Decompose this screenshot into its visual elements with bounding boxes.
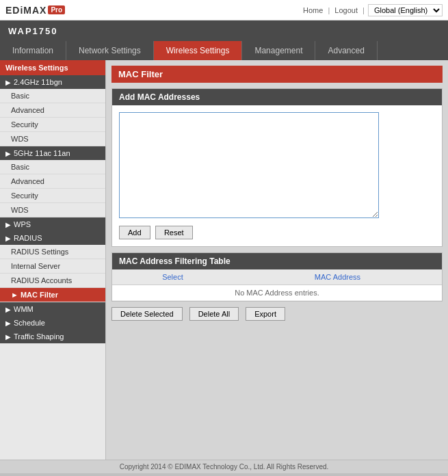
arrow-icon-wmm: ▶	[5, 306, 11, 313]
model-name: WAP1750	[8, 26, 58, 36]
nav-advanced[interactable]: Advanced	[315, 41, 377, 60]
mac-address-textarea[interactable]	[119, 112, 379, 218]
reset-button[interactable]: Reset	[155, 226, 193, 239]
mac-table-body: Select MAC Address No MAC Address entrie…	[112, 269, 442, 301]
add-button[interactable]: Add	[119, 226, 150, 239]
sidebar-section-header: Wireless Settings	[0, 60, 105, 75]
logout-link[interactable]: Logout	[334, 6, 358, 14]
sidebar-item-security-5g[interactable]: Security	[0, 189, 105, 203]
sidebar: Wireless Settings ▶ 2.4GHz 11bgn Basic A…	[0, 60, 106, 460]
model-bar: WAP1750	[0, 21, 448, 41]
arrow-icon-radius: ▶	[5, 235, 11, 242]
nav-information[interactable]: Information	[0, 41, 66, 60]
footer: Copyright 2014 © EDIMAX Technology Co., …	[0, 460, 448, 473]
sidebar-item-radius-settings[interactable]: RADIUS Settings	[0, 245, 105, 259]
nav-network-settings[interactable]: Network Settings	[66, 41, 154, 60]
sidebar-item-wds-5g[interactable]: WDS	[0, 203, 105, 217]
sidebar-group-radius[interactable]: ▶ RADIUS	[0, 231, 105, 245]
sidebar-group-2ghz[interactable]: ▶ 2.4GHz 11bgn	[0, 75, 105, 89]
arrow-icon-5g: ▶	[5, 150, 11, 157]
col-select: Select	[112, 269, 233, 285]
page-title: MAC Filter	[111, 66, 443, 83]
sidebar-group-wps[interactable]: ▶ WPS	[0, 217, 105, 231]
logo: EDiMAX Pro	[5, 5, 65, 16]
top-bar: EDiMAX Pro Home | Logout | Global (Engli…	[0, 0, 448, 21]
sidebar-item-advanced-2g[interactable]: Advanced	[0, 103, 105, 118]
add-mac-buttons: Add Reset	[119, 226, 435, 239]
add-mac-section-body: Add Reset	[112, 105, 442, 246]
sidebar-group-schedule[interactable]: ▶ Schedule	[0, 316, 105, 330]
col-mac-address: MAC Address	[233, 269, 442, 285]
table-row-empty: No MAC Address entries.	[112, 285, 442, 301]
sidebar-group-5ghz[interactable]: ▶ 5GHz 11ac 11an	[0, 146, 105, 160]
arrow-icon-wps: ▶	[5, 221, 11, 228]
home-link[interactable]: Home	[303, 6, 323, 14]
sidebar-item-internal-server[interactable]: Internal Server	[0, 259, 105, 274]
no-entries-text: No MAC Address entries.	[112, 285, 442, 301]
delete-all-button[interactable]: Delete All	[189, 307, 239, 321]
mac-table-section-header: MAC Address Filtering Table	[112, 253, 442, 269]
nav-management[interactable]: Management	[242, 41, 315, 60]
logo-edimax-text: EDiMAX	[5, 5, 47, 16]
nav-bar: Information Network Settings Wireless Se…	[0, 41, 448, 60]
sidebar-item-basic-5g[interactable]: Basic	[0, 160, 105, 174]
language-select[interactable]: Global (English)	[368, 4, 443, 16]
sidebar-item-wds-2g[interactable]: WDS	[0, 132, 105, 146]
sidebar-item-basic-2g[interactable]: Basic	[0, 89, 105, 103]
sidebar-item-security-2g[interactable]: Security	[0, 118, 105, 132]
sidebar-item-advanced-5g[interactable]: Advanced	[0, 174, 105, 189]
arrow-icon-traffic: ▶	[5, 333, 11, 341]
add-mac-section: Add MAC Addresses Add Reset	[111, 88, 443, 247]
sidebar-item-radius-accounts[interactable]: RADIUS Accounts	[0, 274, 105, 288]
arrow-icon-schedule: ▶	[5, 319, 11, 327]
export-button[interactable]: Export	[246, 307, 285, 321]
mac-filter-table: Select MAC Address No MAC Address entrie…	[112, 269, 442, 301]
content-area: MAC Filter Add MAC Addresses Add Reset M…	[106, 60, 448, 460]
mac-table-section: MAC Address Filtering Table Select MAC A…	[111, 252, 443, 302]
action-buttons: Delete Selected Delete All Export	[111, 307, 443, 321]
nav-wireless-settings[interactable]: Wireless Settings	[154, 41, 243, 60]
logo-pro-text: Pro	[48, 5, 65, 14]
sidebar-group-wmm[interactable]: ▶ WMM	[0, 302, 105, 316]
sidebar-group-traffic-shaping[interactable]: ▶ Traffic Shaping	[0, 330, 105, 343]
footer-text: Copyright 2014 © EDIMAX Technology Co., …	[120, 463, 329, 471]
add-mac-section-header: Add MAC Addresses	[112, 89, 442, 105]
sidebar-item-mac-filter[interactable]: ► MAC Filter	[0, 288, 105, 302]
delete-selected-button[interactable]: Delete Selected	[111, 307, 183, 321]
top-links: Home | Logout | Global (English)	[302, 4, 443, 16]
arrow-icon: ▶	[5, 79, 11, 86]
